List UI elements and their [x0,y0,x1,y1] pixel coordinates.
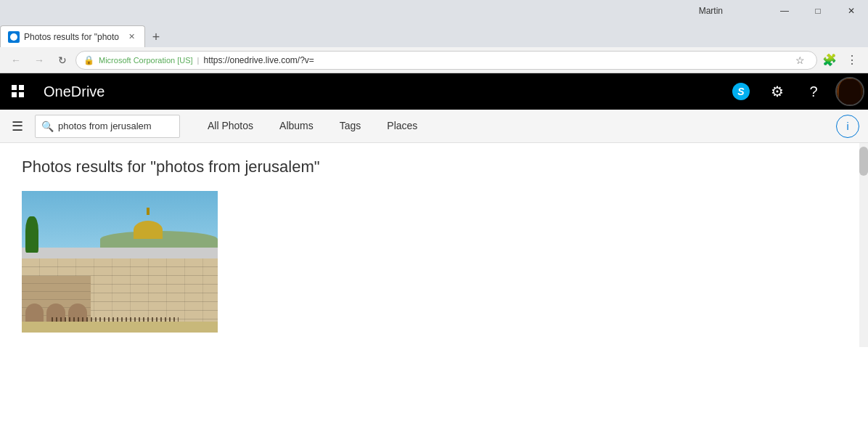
extensions-icon[interactable]: 🧩 [820,51,839,70]
svg-rect-0 [12,85,17,90]
tab-close-button[interactable]: ✕ [126,31,137,43]
ground-plaza [22,322,218,333]
svg-rect-1 [19,85,24,90]
tree-canopy [25,216,38,253]
bookmark-icon[interactable]: ☆ [790,51,809,70]
dome-body [134,221,163,239]
app-bar-actions: S ⚙ ? [723,73,868,110]
search-icon: 🔍 [41,121,54,132]
page-title: Photos results for "photos from jerusale… [22,158,846,176]
dome-top [147,208,150,215]
favicon-inner [10,33,17,41]
content-area: Photos results for "photos from jerusale… [0,143,868,347]
tab-bar: Photos results for "photo ✕ + [0,22,868,47]
new-tab-button[interactable]: + [145,27,167,47]
skype-button[interactable]: S [723,73,759,110]
search-query: photos from jerusalem [58,121,152,131]
settings-icon: ⚙ [771,83,784,100]
main-content: Photos results for "photos from jerusale… [0,143,868,347]
nav-link-tags[interactable]: Tags [327,110,374,143]
browser-menu-button[interactable]: ⋮ [842,50,862,70]
info-icon: i [846,121,848,132]
address-separator: | [197,56,200,65]
archway-building [22,276,91,322]
app-grid-button[interactable] [0,73,36,110]
settings-button[interactable]: ⚙ [759,73,795,110]
avatar-inner [837,78,863,105]
lock-icon: 🔒 [83,55,94,65]
title-bar: Martin — □ ✕ [0,0,868,22]
scrollbar[interactable]: ▼ [859,143,868,347]
info-button[interactable]: i [836,115,859,138]
help-icon: ? [809,83,817,100]
nav-link-places[interactable]: Places [374,110,430,143]
user-avatar [835,77,864,106]
svg-rect-2 [12,92,17,97]
skype-icon: S [732,83,750,100]
hamburger-icon: ☰ [12,118,23,134]
dome-of-rock [134,213,163,239]
sub-nav-menu-button[interactable]: ☰ [0,110,35,143]
wall-structure [22,248,218,333]
tab-favicon [8,31,20,43]
photo-thumbnail[interactable] [22,191,218,333]
svg-rect-3 [19,92,24,97]
tree [25,216,38,253]
address-actions: ☆ [790,51,809,70]
user-name: Martin [699,6,723,16]
active-tab[interactable]: Photos results for "photo ✕ [0,25,145,47]
sub-nav: ☰ 🔍 photos from jerusalem All Photos Alb… [0,110,868,143]
nav-link-all-photos[interactable]: All Photos [195,110,266,143]
address-bar: ← → ↻ 🔒 Microsoft Corporation [US] | htt… [0,47,868,73]
tab-title: Photos results for "photo [24,32,121,42]
search-bar[interactable]: 🔍 photos from jerusalem [35,115,180,138]
grid-icon [12,85,25,98]
close-button[interactable]: ✕ [835,0,868,22]
minimize-button[interactable]: — [768,0,801,22]
maximize-button[interactable]: □ [801,0,835,22]
app-title: OneDrive [36,83,723,100]
back-button[interactable]: ← [6,50,26,70]
url-display: https://onedrive.live.com/?v= [203,55,786,65]
app-bar: OneDrive S ⚙ ? [0,73,868,110]
cert-org: Microsoft Corporation [US] [99,56,193,65]
help-button[interactable]: ? [795,73,832,110]
window-controls: — □ ✕ [768,0,868,22]
refresh-button[interactable]: ↻ [52,50,73,70]
photo-scene [22,191,218,333]
nav-links: All Photos Albums Tags Places [180,110,836,143]
photos-grid [22,191,846,333]
user-avatar-button[interactable] [832,73,868,110]
scrollbar-thumb[interactable] [859,147,868,176]
arch1 [25,303,44,322]
nav-link-albums[interactable]: Albums [266,110,327,143]
avatar-silhouette [839,79,861,105]
address-field[interactable]: 🔒 Microsoft Corporation [US] | https://o… [75,51,817,70]
forward-button[interactable]: → [29,50,49,70]
